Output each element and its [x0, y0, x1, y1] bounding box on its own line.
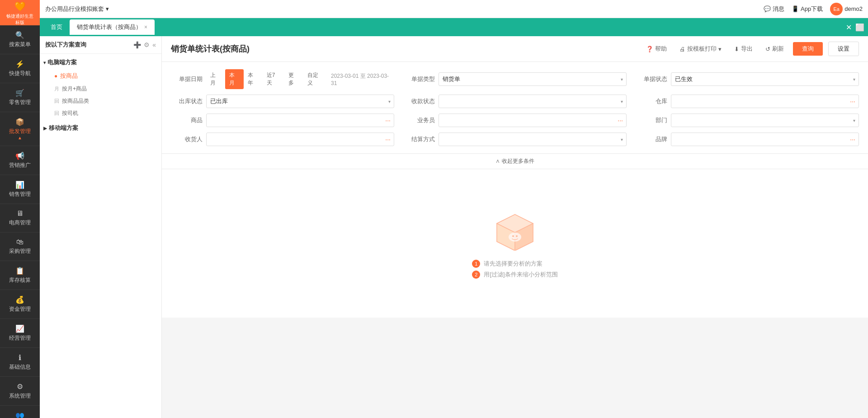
date-tag-lastmonth[interactable]: 上月: [206, 69, 225, 89]
topbar-left: 办公用品行业模拟账套 ▾: [45, 5, 109, 13]
filter-row-3: 商品 ··· 业务员 ···: [171, 114, 859, 127]
quicknav-icon: ⚡: [2, 60, 38, 68]
goods-dots-icon[interactable]: ···: [385, 117, 391, 124]
filter-row-2: 出库状态 ▾ 收款状态 ▾: [171, 95, 859, 108]
sidebar-item-label: 营销推广: [2, 162, 38, 169]
tree-item-by-category[interactable]: 回 按商品品类: [49, 95, 161, 107]
filter-receipt-status: 收款状态 ▾: [403, 95, 627, 108]
add-scheme-btn[interactable]: ➕: [133, 41, 141, 48]
app-download-btn[interactable]: 📱 App下载: [792, 5, 823, 13]
left-panel-title: 按以下方案查询: [45, 41, 86, 49]
export-btn[interactable]: ⬇ 导出: [731, 43, 756, 55]
window-close-btn[interactable]: ✕: [846, 23, 852, 32]
receipt-status-input[interactable]: [439, 95, 627, 108]
sidebar-item-basic-info[interactable]: ℹ 基础信息: [0, 348, 40, 377]
warehouse-label: 仓库: [636, 97, 667, 105]
tree-mobile-section[interactable]: ▶ 移动端方案: [40, 121, 161, 135]
salesperson-label: 业务员: [403, 116, 435, 124]
edit-scheme-btn[interactable]: ⚙: [144, 41, 150, 48]
tree-item-by-month-product[interactable]: 月 按月+商品: [49, 83, 161, 95]
department-input[interactable]: [671, 114, 859, 127]
doc-type-input[interactable]: [439, 72, 627, 86]
brand-input[interactable]: [671, 133, 859, 146]
sidebar-item-ecommerce[interactable]: 🖥 电商管理: [0, 204, 40, 233]
collapse-panel-btn[interactable]: «: [152, 41, 156, 48]
date-tag-thismonth[interactable]: 本月: [225, 69, 244, 89]
month-product-icon: 月: [54, 86, 59, 92]
collapse-more-btn[interactable]: ∧ 收起更多条件: [162, 154, 868, 169]
out-status-input[interactable]: [206, 95, 394, 108]
sidebar-item-retail[interactable]: 🛒 零售管理: [0, 83, 40, 112]
step-2-text: 用[过滤]条件来缩小分析范围: [484, 271, 557, 279]
app-download-label: App下载: [801, 5, 823, 13]
date-tag-custom[interactable]: 自定义: [303, 69, 327, 89]
refresh-icon: ↺: [765, 46, 770, 52]
tab-close-icon[interactable]: ×: [144, 24, 147, 30]
tree-item-by-driver[interactable]: 回 按司机: [49, 107, 161, 119]
payment-input[interactable]: [439, 133, 627, 146]
salesperson-dots-icon[interactable]: ···: [618, 117, 623, 124]
date-tag-thisyear[interactable]: 本年: [244, 69, 263, 89]
warehouse-control: ···: [671, 95, 859, 108]
receipt-status-label: 收款状态: [403, 97, 435, 105]
print-btn[interactable]: 🖨 按模板打印 ▾: [676, 43, 725, 55]
collapse-label: ∧ 收起更多条件: [495, 158, 534, 164]
left-panel: 按以下方案查询 ➕ ⚙ « ▾ 电脑端方案 ● 按商品: [40, 36, 162, 418]
user-name: demo2: [844, 5, 863, 12]
message-btn[interactable]: 💬 消息: [764, 5, 784, 13]
sidebar-item-search[interactable]: 🔍 搜索菜单: [0, 25, 40, 54]
date-tag-more[interactable]: 更多: [284, 69, 303, 89]
date-tag-7days[interactable]: 近7天: [263, 69, 284, 89]
tree-desktop-section[interactable]: ▾ 电脑端方案: [40, 56, 161, 69]
sidebar-item-sales[interactable]: 📊 销售管理: [0, 175, 40, 204]
date-label: 单据日期: [171, 75, 203, 83]
step-2-num: 2: [472, 271, 480, 279]
user-menu[interactable]: Ea demo2: [830, 3, 863, 15]
empty-illustration: [488, 205, 542, 251]
receiver-label: 收货人: [171, 135, 203, 143]
tab-home[interactable]: 首页: [43, 19, 70, 35]
sidebar-item-inventory[interactable]: 📋 库存核算: [0, 261, 40, 290]
receiver-dots-icon[interactable]: ···: [385, 136, 391, 143]
sidebar-item-quicknav[interactable]: ⚡ 快捷导航: [0, 54, 40, 83]
tree-item-by-product[interactable]: ● 按商品: [49, 69, 161, 83]
tab-sales-report[interactable]: 销货单统计表（按商品） ×: [70, 19, 155, 35]
window-maximize-btn[interactable]: ⬜: [855, 23, 864, 32]
tabbar-actions: ✕ ⬜: [846, 23, 864, 32]
warehouse-input[interactable]: [671, 95, 859, 108]
print-arrow-icon: ▾: [718, 46, 722, 52]
svg-point-6: [516, 235, 518, 237]
wholesale-icon: 📦: [2, 118, 38, 126]
sidebar-item-finance[interactable]: 💰 资金管理: [0, 290, 40, 319]
inventory-icon: 📋: [2, 266, 38, 275]
retail-icon: 🛒: [2, 89, 38, 97]
message-label: 消息: [773, 5, 784, 13]
sidebar-item-label: 库存核算: [2, 276, 38, 284]
sidebar-item-marketing[interactable]: 📢 营销推广: [0, 146, 40, 175]
receiver-input[interactable]: [206, 133, 394, 146]
sidebar-item-label: 基础信息: [2, 363, 38, 371]
sidebar-item-operations[interactable]: 📈 经营管理: [0, 319, 40, 348]
doc-status-input[interactable]: [671, 72, 859, 86]
goods-input[interactable]: [206, 114, 394, 127]
salesperson-input[interactable]: [439, 114, 627, 127]
sidebar-item-system[interactable]: ⚙ 系统管理: [0, 377, 40, 406]
settings-button[interactable]: 设置: [828, 42, 859, 56]
sidebar-item-purchase[interactable]: 🛍 采购管理: [0, 233, 40, 261]
brand-dots-icon[interactable]: ···: [850, 136, 855, 143]
filter-salesperson: 业务员 ···: [403, 114, 627, 127]
logo: 🧡 畅捷通好生意 标版: [0, 0, 40, 25]
brand-control: ···: [671, 133, 859, 146]
doc-type-label: 单据类型: [403, 75, 435, 83]
help-btn[interactable]: ❓ 帮助: [642, 43, 670, 55]
driver-icon: 回: [54, 110, 59, 117]
query-button[interactable]: 查询: [793, 42, 823, 56]
sidebar-item-collab[interactable]: 👥 企业协同: [0, 406, 40, 418]
sidebar-item-wholesale[interactable]: 📦 批发管理 ▲: [0, 112, 40, 146]
filter-out-status: 出库状态 ▾: [171, 95, 394, 108]
filter-section: 单据日期 上月 本月 本年 近7天 更多 自定义 2023-03-01 至 20…: [162, 62, 868, 154]
warehouse-dots-icon[interactable]: ···: [850, 98, 855, 105]
refresh-btn[interactable]: ↺ 刷新: [762, 43, 788, 55]
search-icon: 🔍: [2, 31, 38, 39]
industry-selector[interactable]: 办公用品行业模拟账套 ▾: [45, 5, 109, 13]
